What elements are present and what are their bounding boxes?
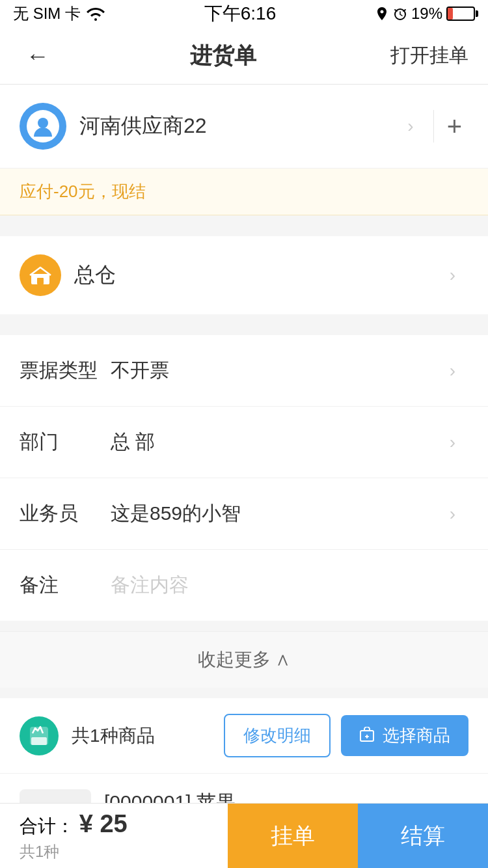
page-title: 进货单 — [190, 41, 256, 71]
cart-icon — [359, 727, 377, 745]
edit-detail-button[interactable]: 修改明细 — [224, 714, 331, 757]
svg-point-1 — [38, 118, 48, 128]
divider — [433, 110, 434, 142]
divider-3 — [0, 688, 488, 698]
invoice-label: 票据类型 — [20, 357, 111, 384]
svg-rect-3 — [37, 278, 44, 284]
collapse-label: 收起更多 ∧ — [198, 649, 291, 670]
divider-1 — [0, 226, 488, 236]
invoice-value: 不开票 — [111, 357, 450, 384]
dept-row[interactable]: 部门 总 部 › — [0, 407, 488, 478]
remark-row[interactable]: 备注 备注内容 — [0, 550, 488, 621]
salesperson-chevron-icon: › — [450, 504, 455, 524]
total-amount-row: 合计： ¥ 25 — [20, 810, 208, 839]
salesperson-label: 业务员 — [20, 500, 111, 527]
total-label: 合计： — [20, 816, 74, 836]
open-hold-button[interactable]: 打开挂单 — [390, 42, 468, 69]
settle-button[interactable]: 结算 — [358, 804, 488, 869]
status-bar: 无 SIM 卡 下午6:16 19% — [0, 0, 488, 27]
select-product-button[interactable]: 选择商品 — [341, 715, 468, 756]
supplier-section: 河南供应商22 › + 应付-20元，现结 — [0, 85, 488, 215]
battery-percent: 19% — [411, 5, 442, 23]
total-count: 共1种 — [20, 841, 208, 862]
status-time: 下午6:16 — [204, 1, 277, 26]
total-info: 合计： ¥ 25 共1种 — [0, 810, 228, 862]
svg-rect-5 — [31, 737, 47, 745]
warehouse-label: 总仓 — [74, 261, 450, 290]
dept-value: 总 部 — [111, 429, 450, 455]
total-amount: ¥ 25 — [79, 810, 128, 837]
alarm-icon — [393, 7, 407, 21]
nav-bar: ← 进货单 打开挂单 — [0, 27, 488, 85]
add-supplier-button[interactable]: + — [441, 112, 468, 141]
supplier-avatar — [20, 103, 66, 150]
hold-button[interactable]: 挂单 — [228, 804, 358, 869]
divider-2 — [0, 325, 488, 335]
products-count: 共1种商品 — [72, 724, 224, 748]
battery-icon — [446, 7, 475, 21]
location-icon — [375, 7, 389, 21]
supplier-name: 河南供应商22 — [79, 112, 407, 141]
products-header: 共1种商品 修改明细 选择商品 — [0, 698, 488, 774]
salesperson-row[interactable]: 业务员 这是859的小智 › — [0, 478, 488, 550]
sim-label: 无 SIM 卡 — [13, 3, 81, 24]
form-section: 票据类型 不开票 › 部门 总 部 › 业务员 这是859的小智 › 备注 备注… — [0, 335, 488, 621]
products-icon — [20, 716, 59, 755]
invoice-row[interactable]: 票据类型 不开票 › — [0, 335, 488, 407]
remark-label: 备注 — [20, 572, 111, 599]
salesperson-value: 这是859的小智 — [111, 500, 450, 527]
total-bar: 合计： ¥ 25 共1种 挂单 结算 — [0, 803, 488, 868]
supplier-row[interactable]: 河南供应商22 › + — [0, 85, 488, 169]
status-left: 无 SIM 卡 — [13, 3, 105, 24]
remark-input[interactable]: 备注内容 — [111, 572, 468, 599]
warehouse-chevron-icon: › — [450, 265, 455, 286]
supplier-chevron-icon: › — [407, 116, 413, 137]
warehouse-icon — [20, 254, 61, 296]
warehouse-row[interactable]: 总仓 › — [0, 236, 488, 314]
payment-notice: 应付-20元，现结 — [0, 169, 488, 215]
warehouse-section: 总仓 › — [0, 236, 488, 314]
select-product-label: 选择商品 — [383, 724, 450, 747]
status-right: 19% — [375, 5, 475, 23]
dept-chevron-icon: › — [450, 432, 455, 453]
invoice-chevron-icon: › — [450, 360, 455, 381]
dept-label: 部门 — [20, 429, 111, 455]
back-button[interactable]: ← — [20, 36, 56, 76]
collapse-bar[interactable]: 收起更多 ∧ — [0, 631, 488, 688]
wifi-icon — [86, 7, 105, 21]
